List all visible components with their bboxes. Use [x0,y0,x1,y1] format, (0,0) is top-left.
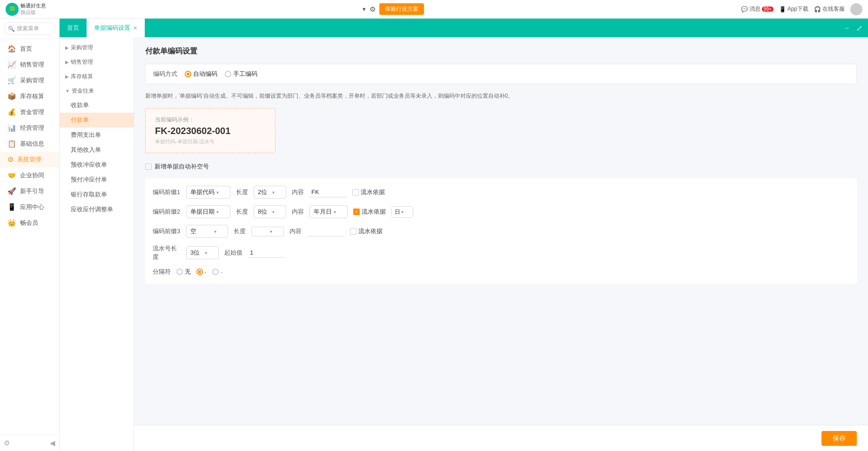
sidebar-item-home[interactable]: 🏠 首页 [0,41,59,57]
stream3-checkbox[interactable] [350,228,357,235]
content2-label: 内容 [292,208,304,216]
sep-none[interactable]: 无 [176,268,191,276]
content1-input[interactable] [310,187,347,197]
code-preview-box: 当前编码示例： FK-20230602-001 单据代码-单据日期-流水号 [145,108,276,153]
stream2-checkbox[interactable]: ✓ [353,209,360,215]
left-nav-group-inventory: ▶ 库存核算 [60,70,134,83]
radio-manual-circle [225,71,231,77]
service-btn[interactable]: 🎧 在线客服 [814,5,845,13]
auto-fill-row: 新增单据自动补空号 [145,162,857,171]
stream2-label: 流水依据 [362,208,386,216]
start-value-label: 起始值 [224,249,242,257]
form-row-prefix3: 编码前缀3 空 ▾ 长度 ▾ 内容 [153,225,849,238]
message-btn[interactable]: 💬 消息 99+ [741,5,774,13]
sidebar-item-membership[interactable]: 👑 畅会员 [0,215,59,231]
sidebar-item-apps[interactable]: 📱 应用中心 [0,199,59,215]
left-nav-item-ar-adjust[interactable]: 应收应付调整单 [60,202,134,217]
left-nav-item-payment[interactable]: 付款单 [60,113,134,128]
left-nav-item-prepay-offset[interactable]: 预收冲应收单 [60,157,134,172]
sidebar-item-newbie[interactable]: 🚀 新手引导 [0,183,59,199]
coding-method-section: 编码方式 自动编码 手工编码 [145,64,857,84]
tab-home[interactable]: 首页 [60,19,87,37]
length3-label: 长度 [234,227,246,236]
experience-btn[interactable]: 体验行业方案 [379,3,424,15]
form-row-prefix2: 编码前缀2 单据日期 ▾ 长度 8位 ▾ 内容 [153,205,849,218]
user-avatar[interactable] [850,3,862,15]
left-nav-item-advance-offset[interactable]: 预付冲应付单 [60,172,134,187]
top-bar-left: 🍀 畅通好生意 旗品版 [6,3,46,16]
prefix3-select[interactable]: 空 ▾ [186,225,228,238]
prefix1-label: 编码前缀1 [153,188,181,196]
membership-icon: 👑 [7,219,16,227]
tabs-bar-actions: － ⤢ [841,22,868,34]
sidebar-item-basics[interactable]: 📋 基础信息 [0,136,59,152]
length3-select[interactable]: ▾ [251,227,284,236]
sidebar-item-enterprise[interactable]: 🤝 企业协同 [0,168,59,183]
tab-bill-coding[interactable]: 单据编码设置 ✕ [87,19,145,37]
sidebar-item-system[interactable]: ⚙ 系统管理 [0,152,59,168]
inventory-icon: 📦 [7,92,16,101]
newbie-icon: 🚀 [7,187,16,195]
left-nav-group-sales: ▶ 销售管理 [60,55,134,69]
dropdown-btn[interactable]: ▾ [363,6,366,13]
tab-minimize-btn[interactable]: － [841,22,853,34]
sidebar-item-inventory[interactable]: 📦 库存核算 [0,88,59,104]
main-layout: 🔍 搜索菜单 🏠 首页 📈 销售管理 🛒 采购管理 📦 库存核算 💰 [0,19,868,451]
stream1-checkbox[interactable] [352,189,359,195]
sidebar-nav: 🏠 首页 📈 销售管理 🛒 采购管理 📦 库存核算 💰 资金管理 📊 经 [0,39,59,435]
auto-fill-checkbox[interactable] [145,163,152,170]
start-value-input[interactable] [248,248,285,258]
code-preview-value: FK-20230602-001 [155,126,266,136]
info-text: 新增单据时，'单据编码'自动生成、不可编辑，前缀设置为部门、业务员等档案类，开单… [145,92,857,101]
form-row-serial: 流水号长度 3位 ▾ 起始值 [153,244,849,261]
top-bar-center: ▾ ⚙ 体验行业方案 [363,3,424,15]
left-nav-purchase-title[interactable]: ▶ 采购管理 [60,41,134,54]
left-nav-funds-title[interactable]: ▼ 资金往来 [60,84,134,98]
stream3-label: 流水依据 [358,227,383,236]
prefix3-arrow: ▾ [214,229,216,234]
sidebar-item-purchase[interactable]: 🛒 采购管理 [0,73,59,88]
radio-manual[interactable]: 手工编码 [225,70,257,78]
coding-method-radios: 自动编码 手工编码 [185,70,257,78]
purchase-icon: 🛒 [7,76,16,85]
stream2-wrap: ✓ 流水依据 [353,208,386,216]
sidebar-item-sales[interactable]: 📈 销售管理 [0,57,59,73]
left-nav-item-expense[interactable]: 费用支出单 [60,128,134,142]
tab-close-icon[interactable]: ✕ [133,25,137,31]
serial-length-select[interactable]: 3位 ▾ [186,246,219,259]
left-nav-item-other-income[interactable]: 其他收入单 [60,142,134,157]
save-button[interactable]: 保存 [821,431,857,446]
left-nav-item-receipt[interactable]: 收款单 [60,98,134,113]
sidebar-item-finance[interactable]: 💰 资金管理 [0,104,59,120]
sep-dash[interactable]: · [212,269,222,276]
chevron-down-icon: ▼ [65,88,70,94]
search-menu-btn[interactable]: 🔍 搜索菜单 [4,22,55,35]
content2-select[interactable]: 年月日 ▾ [310,205,348,218]
tab-maximize-btn[interactable]: ⤢ [855,23,864,34]
separator-options: 无 · · [176,268,222,276]
home-tab-label: 首页 [67,24,79,32]
radio-auto[interactable]: 自动编码 [185,70,217,78]
left-nav-inventory-title[interactable]: ▶ 库存核算 [60,70,134,83]
prefix1-select-arrow: ▾ [216,190,219,195]
content3-input[interactable] [307,226,344,236]
length1-select[interactable]: 2位 ▾ [254,186,286,199]
sidebar-settings-btn[interactable]: ⚙ [4,439,10,447]
system-icon: ⚙ [7,155,13,164]
sidebar-item-operations[interactable]: 📊 经营管理 [0,120,59,136]
stream2-extra-select[interactable]: 日 ▾ [391,206,413,218]
sidebar-collapse-btn[interactable]: ◀ [50,439,55,447]
content3-label: 内容 [289,227,302,236]
left-nav-item-bank[interactable]: 银行存取款单 [60,187,134,202]
settings-btn[interactable]: ⚙ [370,5,376,13]
length2-select[interactable]: 8位 ▾ [254,205,286,218]
app-download-btn[interactable]: 📱 App下载 [779,5,808,13]
sep-dot[interactable]: · [196,269,207,276]
stream1-wrap: 流水依据 [352,188,385,196]
left-nav-sales-title[interactable]: ▶ 销售管理 [60,55,134,69]
left-nav-group-purchase: ▶ 采购管理 [60,41,134,54]
prefix2-select[interactable]: 单据日期 ▾ [186,205,230,218]
prefix1-select[interactable]: 单据代码 ▾ [186,186,230,199]
length3-arrow: ▾ [270,229,272,234]
serial-length-label: 流水号长度 [153,244,181,261]
